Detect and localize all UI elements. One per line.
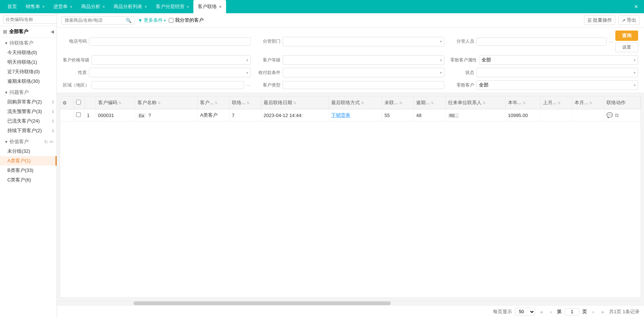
sidebar-item-tomorrow[interactable]: 明天待联络(1) (0, 57, 57, 67)
manager-input[interactable] (476, 38, 607, 46)
retail-customer-arrow: ▾ (634, 83, 636, 87)
prev-page-button[interactable]: ‹ (548, 308, 554, 315)
last-page-button[interactable]: » (599, 308, 606, 315)
nav-tab-customer-contact[interactable]: 客户联络 × (193, 0, 226, 13)
retail-customer-select[interactable]: 全部 ▾ (476, 80, 638, 90)
col-last-method[interactable]: 最后联络方式 ⇅ (329, 96, 382, 109)
value-arrow: ▼ (4, 140, 8, 144)
window-close-button[interactable]: × (631, 3, 641, 11)
nav-tab-purchase[interactable]: 进货单 × (49, 0, 76, 13)
phone-input[interactable] (89, 38, 251, 46)
my-customers-checkbox[interactable] (169, 18, 173, 23)
payment-label: 收付款条件 (257, 70, 280, 76)
value-header-icons: ↻ ✏ (44, 139, 54, 145)
retail-attr-select[interactable]: 全部 ▾ (479, 55, 638, 65)
sort-icon-last-method: ⇅ (361, 101, 364, 105)
export-button[interactable]: ↗ 导出 (618, 15, 640, 25)
link-action-icon[interactable]: ⧉ (615, 112, 619, 119)
col-this-month[interactable]: 本月... ⇅ (572, 96, 604, 109)
col-contact-person[interactable]: 往来单位联系人 ⇅ (446, 96, 505, 109)
nature-arrow: ▾ (246, 71, 248, 75)
dept-select[interactable]: ▾ (283, 37, 444, 46)
edit-icon[interactable]: ✏ (50, 139, 54, 145)
status-select[interactable]: ▾ (476, 68, 638, 77)
nav-home[interactable]: 首页 (3, 3, 21, 10)
page-size-select[interactable]: 50 10 20 100 (515, 308, 535, 316)
contact-person-badge: RE . (448, 113, 459, 118)
pending-contact-title[interactable]: ▼ 待联络客户 (0, 38, 57, 48)
col-contact[interactable]: 联络... ⇅ (229, 96, 261, 109)
all-customers-header[interactable]: ⊞ 全部客户 ◀ (0, 26, 57, 38)
sidebar-item-unclassified[interactable]: 未分组(32) (0, 146, 57, 156)
status-label: 状态 (450, 70, 474, 76)
sidebar-item-abnormal[interactable]: 回购异常客户(2) ℹ (0, 97, 57, 107)
row-action-buttons: 💬 ⧉ (607, 112, 638, 119)
sidebar-item-declining[interactable]: 持续下滑客户(2) ℹ (0, 126, 57, 135)
col-last-date[interactable]: 最后联络日期 ⇅ (261, 96, 329, 109)
scrollbar-thumb[interactable] (133, 301, 391, 305)
close-purchase-tab[interactable]: × (70, 4, 72, 9)
nav-tab-customer-mgmt[interactable]: 客户分层经营 × (151, 0, 193, 13)
col-last-month[interactable]: 上月... ⇅ (541, 96, 572, 109)
advanced-filter-panel: 电话号码 分管部门 ▾ 分管人员 ··· 查询 设置 (57, 28, 644, 93)
row-checkbox[interactable] (76, 112, 81, 117)
collapse-icon: ◀ (51, 29, 54, 34)
close-customer-mgmt-tab[interactable]: × (187, 4, 189, 9)
sidebar-item-class-c[interactable]: C类客户(6) (0, 175, 57, 185)
page-number-input[interactable] (565, 308, 579, 315)
nav-tab-analysis-list[interactable]: 商品分析列表 × (109, 0, 151, 13)
sidebar-item-churned[interactable]: 已流失客户(24) ℹ (0, 116, 57, 126)
nav-tab-analysis[interactable]: 商品分析 × (77, 0, 109, 13)
retail-attr-arrow: ▾ (634, 58, 636, 62)
region-input[interactable] (92, 81, 244, 89)
sidebar-item-class-a[interactable]: A类客户(1) (0, 156, 57, 166)
col-not-contacted[interactable]: 未联... ⇅ (382, 96, 414, 109)
settings-button[interactable]: 设置 (615, 42, 638, 52)
filter-row-customer-level: 客户等级 ▾ (257, 55, 444, 65)
more-conditions-button[interactable]: ▼ 更多条件 ▾ (138, 17, 166, 24)
close-customer-contact-tab[interactable]: × (219, 4, 221, 9)
filter-row-retail-attr: 零散客户属性 全部 ▾ (450, 55, 638, 65)
cell-this-year: 10995.00 (505, 109, 540, 121)
close-analysis-tab[interactable]: × (103, 4, 105, 9)
sidebar-item-overdue[interactable]: 逾期未联络(30) (0, 77, 57, 86)
sidebar-item-today[interactable]: 今天待联络(0) (0, 48, 57, 57)
sidebar-item-churn-warning[interactable]: 流失预警客户(3) ℹ (0, 107, 57, 116)
value-customers-header[interactable]: ▼ 价值客户 ↻ ✏ (0, 137, 57, 146)
nav-tab-sales[interactable]: 销售单 × (21, 0, 49, 13)
nature-select[interactable]: ▾ (89, 68, 251, 77)
settings-icon[interactable]: ⚙ (62, 100, 67, 106)
manager-ellipsis[interactable]: ··· (609, 39, 613, 45)
my-customers-filter[interactable]: 我分管的客户 (169, 17, 204, 24)
price-level-select[interactable]: ▾ (92, 55, 251, 65)
filter-search-box: 🔍 (61, 16, 135, 25)
next-page-button[interactable]: › (590, 308, 596, 315)
sidebar-item-class-b[interactable]: B类客户(33) (0, 166, 57, 175)
query-button[interactable]: 查询 (615, 31, 638, 41)
phone-label: 电话号码 (63, 38, 87, 45)
col-code[interactable]: 客户编码 ⇅ (96, 96, 135, 109)
refresh-icon[interactable]: ↻ (44, 139, 48, 145)
customer-level-label: 客户等级 (257, 57, 280, 63)
close-analysis-list-tab[interactable]: × (144, 4, 147, 9)
sidebar-search-input[interactable] (3, 15, 57, 24)
select-all-checkbox[interactable] (76, 100, 81, 105)
filter-search-input[interactable] (65, 18, 124, 23)
col-type[interactable]: 客户... ⇅ (198, 96, 229, 109)
last-method-link[interactable]: 下销货单 (331, 112, 350, 118)
col-this-year[interactable]: 本年... ⇅ (505, 96, 540, 109)
region-ellipsis[interactable]: ··· (246, 82, 251, 88)
payment-select[interactable]: ▾ (283, 68, 444, 77)
sidebar-item-7days[interactable]: 近7天待联络(0) (0, 67, 57, 77)
customer-level-select[interactable]: ▾ (283, 55, 444, 65)
first-page-button[interactable]: « (538, 308, 545, 315)
customer-type-label: 客户类型 (257, 82, 280, 88)
col-name[interactable]: 客户名称 ⇅ (135, 96, 198, 109)
close-sales-tab[interactable]: × (42, 4, 44, 9)
problem-customers-title[interactable]: ▼ 问题客户 (0, 88, 57, 97)
batch-operation-button[interactable]: ☰ 批量操作 (584, 15, 615, 25)
chat-action-icon[interactable]: 💬 (607, 112, 613, 119)
customer-type-input[interactable] (283, 81, 444, 89)
col-overdue[interactable]: 逾期... ⇅ (414, 96, 446, 109)
horizontal-scrollbar[interactable] (60, 301, 641, 305)
